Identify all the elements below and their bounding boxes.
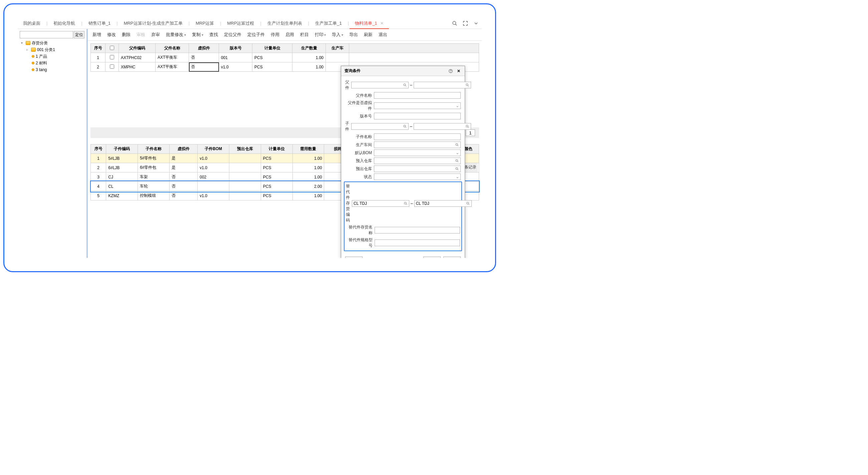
cell-name[interactable]: AXT平衡车 [156,62,189,72]
cell-need[interactable]: 2.00 [292,182,324,191]
columns-button[interactable]: 栏目 [300,32,309,38]
col-name[interactable]: 父件名称 [156,44,189,53]
col-unit[interactable]: 计量单位 [261,144,292,154]
virtual-select[interactable] [374,102,461,109]
col-code[interactable]: 子件编码 [106,144,138,154]
wh-out-input[interactable] [374,165,461,172]
edit-button[interactable]: 修改 [107,32,116,38]
dialog-title-bar[interactable]: 查询条件 ✕ [341,66,465,76]
cell-wh[interactable] [229,172,261,182]
tab-mrp-plan[interactable]: MRP运算计划-生成生产加工单 [119,18,188,29]
cell-name[interactable]: 5#零件包 [138,154,169,163]
disable-button[interactable]: 停用 [271,32,279,38]
copy-button[interactable]: 复制 [192,32,203,38]
col-code[interactable]: 父件编码 [119,44,156,53]
search-icon[interactable] [452,20,458,26]
lookup-icon[interactable] [465,125,469,128]
tab-sales-order[interactable]: 销售订单_1 [83,18,116,29]
cell-name[interactable]: 车轮 [138,182,169,191]
tree-node-3[interactable]: 3 tang [20,66,85,73]
sidebar-search-input[interactable] [20,31,73,38]
col-ws[interactable]: 生产车 [326,44,349,53]
cell-name[interactable]: 控制模组 [138,191,169,201]
col-virtual[interactable]: 虚拟件 [189,44,219,53]
cell-bom[interactable]: v1.0 [198,191,229,201]
row-checkbox[interactable] [110,64,114,69]
sub-spec-input[interactable] [375,239,460,246]
cell-wh[interactable] [229,163,261,172]
col-wh[interactable]: 预出仓库 [229,144,261,154]
cell-need[interactable]: 1.00 [292,154,324,163]
lookup-icon[interactable] [455,167,459,171]
cell-bom[interactable]: 002 [198,172,229,182]
cell-bom[interactable]: v1.0 [198,163,229,172]
tab-prod-order[interactable]: 生产加工单_1 [310,18,347,29]
cell-unit[interactable]: PCS [261,154,292,163]
close-icon[interactable]: ✕ [456,68,461,74]
print-button[interactable]: 打印 [315,32,326,38]
lookup-icon[interactable] [455,159,459,163]
cell-code[interactable]: 5#LJB [106,154,138,163]
parent-name-input[interactable] [374,92,461,99]
col-bom[interactable]: 子件BOM [198,144,229,154]
default-bom-select[interactable] [374,149,461,156]
cell-qty[interactable]: 1.00 [292,53,326,62]
cell-unit[interactable]: PCS [252,53,292,62]
cell-code[interactable]: 6#LJB [106,163,138,172]
refresh-button[interactable]: 刷新 [364,32,373,38]
cell-check[interactable] [105,53,119,62]
cell-bom[interactable]: v1.0 [198,154,229,163]
tab-init-nav[interactable]: 初始化导航 [48,18,81,29]
col-name[interactable]: 子件名称 [138,144,169,154]
cell-virtual[interactable]: 否 [189,53,219,62]
collapse-icon[interactable]: ▾ [21,40,24,46]
delete-button[interactable]: 删除 [122,32,130,38]
tab-prod-plan-list[interactable]: 生产计划生单列表 [262,18,307,29]
locate-child-button[interactable]: 定位子件 [247,32,265,38]
close-icon[interactable]: ✕ [380,21,383,26]
cell-unit[interactable]: PCS [261,191,292,201]
cell-wh[interactable] [229,154,261,163]
lookup-icon[interactable] [403,125,407,128]
chevron-down-icon[interactable] [473,20,479,26]
page-size-input[interactable] [466,129,475,136]
abandon-button[interactable]: 弃审 [151,32,160,38]
col-unit[interactable]: 计量单位 [252,44,292,53]
cell-unit[interactable]: PCS [261,182,292,191]
locate-button[interactable]: 定位 [74,31,85,38]
col-seq[interactable]: 序号 [91,44,105,53]
cell-check[interactable] [105,62,119,72]
ver-input[interactable] [374,113,461,120]
cell-qty[interactable]: 1.00 [292,62,326,72]
cell-unit[interactable]: PCS [252,62,292,72]
cell-virtual[interactable]: 是 [169,163,197,172]
cell-virtual[interactable]: 否 [169,172,197,182]
enable-button[interactable]: 启用 [285,32,294,38]
cell-virtual-editing[interactable]: 否 [189,62,219,72]
cell-code[interactable]: XMPHC [119,62,156,72]
ws-input[interactable] [374,141,461,148]
col-need[interactable]: 需用数量 [292,144,324,154]
tab-desktop[interactable]: 我的桌面 [18,18,46,29]
sub-code-from-input[interactable] [352,200,409,207]
col-check[interactable] [105,44,119,53]
import-button[interactable]: 导入 [332,32,343,38]
col-virtual[interactable]: 虚拟件 [169,144,197,154]
cell-code[interactable]: CJ [106,172,138,182]
cell-ver[interactable]: 001 [219,53,252,62]
tab-bom-active[interactable]: 物料清单_1 ✕ [349,18,389,29]
lookup-icon[interactable] [404,201,408,205]
tree-node-1[interactable]: 1 产品 [20,53,85,60]
child-name-input[interactable] [374,133,461,140]
status-select[interactable] [374,173,461,180]
tree-node-001[interactable]: ▹ 001 分类1 [20,46,85,53]
locate-parent-button[interactable]: 定位父件 [224,32,241,38]
table-row[interactable]: 1 AXTPHC02 AXT平衡车 否 001 PCS 1.00 [91,53,479,62]
tree-root[interactable]: ▾ 存货分类 [20,40,85,46]
cancel-button[interactable]: 取消 [443,257,461,258]
cell-unit[interactable]: PCS [261,172,292,182]
cell-name[interactable]: AXT平衡车 [156,53,189,62]
child-from-input[interactable] [351,123,409,130]
child-to-input[interactable] [414,123,471,130]
cell-code[interactable]: CL [106,182,138,191]
